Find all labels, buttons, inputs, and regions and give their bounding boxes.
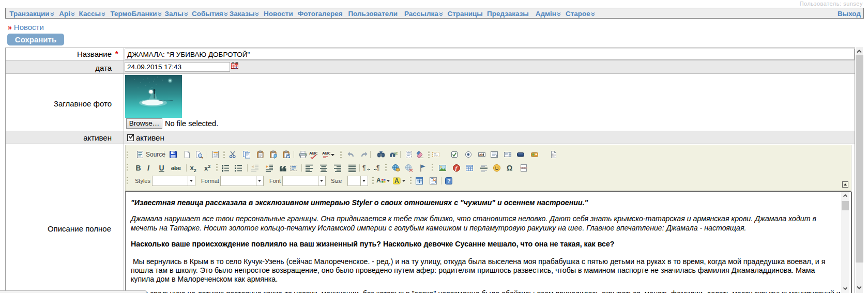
svg-text:ab: ab: [394, 151, 398, 155]
svg-text:A: A: [394, 177, 399, 184]
svg-text:ab: ab: [479, 153, 483, 157]
svg-text:?: ?: [447, 178, 451, 184]
svg-text:¶: ¶: [376, 164, 379, 172]
svg-text:ABC: ABC: [309, 151, 317, 156]
svg-text:¶: ¶: [362, 164, 366, 172]
svg-text:ABC: ABC: [322, 151, 330, 156]
svg-text:A: A: [376, 177, 381, 184]
